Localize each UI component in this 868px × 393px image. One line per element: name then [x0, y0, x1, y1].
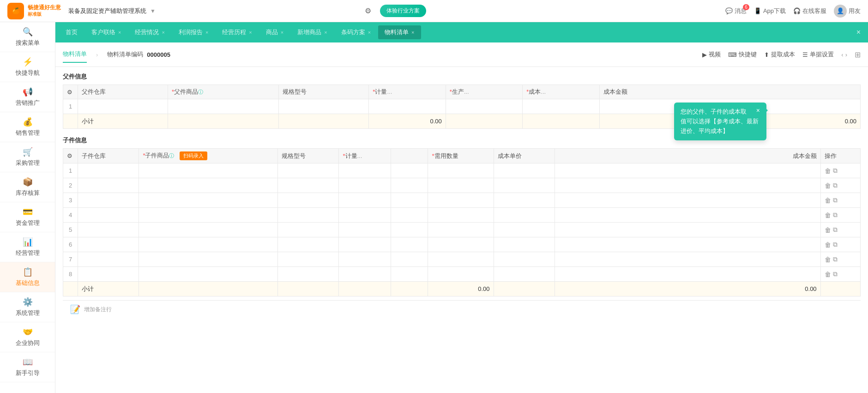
child-cell-warehouse-7[interactable]	[78, 252, 139, 267]
child-cell-unit-price-3[interactable]	[494, 193, 555, 208]
child-cell-qty-8[interactable]	[428, 267, 494, 282]
copy-icon-8[interactable]: ⧉	[833, 270, 838, 278]
child-cell-spec-4[interactable]	[278, 208, 339, 223]
copy-icon-5[interactable]: ⧉	[833, 226, 838, 234]
sidebar-item-inventory[interactable]: 📦 库存核算	[0, 172, 55, 202]
child-cell-spec-8[interactable]	[278, 267, 339, 282]
child-cell-product-4[interactable]	[139, 208, 278, 223]
tab-ops-history[interactable]: 经营历程 ×	[216, 25, 258, 39]
child-cell-qty-7[interactable]	[428, 252, 494, 267]
child-cell-unit-price-2[interactable]	[494, 178, 555, 193]
child-cell-spec-1[interactable]	[278, 163, 339, 178]
delete-icon-5[interactable]: 🗑	[825, 226, 831, 234]
sidebar-item-guide[interactable]: 📖 新手引导	[0, 352, 55, 382]
child-cell-unit-price-7[interactable]	[494, 252, 555, 267]
tab-close-products[interactable]: ×	[281, 30, 283, 35]
child-cell-qty-6[interactable]	[428, 237, 494, 252]
child-cell-warehouse-5[interactable]	[78, 223, 139, 237]
child-cell-qty-2[interactable]	[428, 178, 494, 193]
child-cell-product-8[interactable]	[139, 267, 278, 282]
child-cell-unit-1[interactable]	[339, 163, 391, 178]
sidebar-item-operations[interactable]: 📊 经营管理	[0, 232, 55, 262]
delete-icon-7[interactable]: 🗑	[825, 256, 831, 263]
child-cell-spec-3[interactable]	[278, 193, 339, 208]
expand-icon[interactable]: ⊞	[855, 50, 861, 59]
tab-profit-report[interactable]: 利润报告 ×	[172, 25, 215, 39]
single-setting-button[interactable]: ☰ 单据设置	[802, 50, 834, 59]
child-col-settings[interactable]: ⚙	[63, 149, 78, 163]
child-cell-warehouse-1[interactable]	[78, 163, 139, 178]
delete-icon-4[interactable]: 🗑	[825, 212, 831, 219]
copy-icon-1[interactable]: ⧉	[833, 167, 838, 175]
trial-button[interactable]: 体验行业方案	[380, 5, 426, 17]
delete-icon-3[interactable]: 🗑	[825, 197, 831, 204]
tab-bom[interactable]: 物料清单 ×	[378, 25, 421, 39]
tab-close-bom[interactable]: ×	[411, 30, 414, 35]
scan-button[interactable]: 扫码录入	[180, 151, 207, 160]
sidebar-item-quick-nav[interactable]: ⚡ 快捷导航	[0, 52, 55, 82]
child-cell-unit-8[interactable]	[339, 267, 391, 282]
extract-cost-button[interactable]: ⬆ 提取成本	[764, 50, 795, 59]
child-cell-product-3[interactable]	[139, 193, 278, 208]
sidebar-item-sales[interactable]: 💰 销售管理	[0, 112, 55, 142]
user-menu[interactable]: 👤 用友	[834, 5, 861, 18]
child-cell-spec-7[interactable]	[278, 252, 339, 267]
child-cell-product-2[interactable]	[139, 178, 278, 193]
parent-cell-unit-1[interactable]	[369, 99, 446, 114]
view-video-button[interactable]: ▶ 视频	[702, 50, 721, 59]
delete-icon-8[interactable]: 🗑	[825, 271, 831, 278]
tab-close-profit[interactable]: ×	[205, 30, 208, 35]
sidebar-item-cooperation[interactable]: 🤝 企业协同	[0, 322, 55, 352]
tab-close-history[interactable]: ×	[249, 30, 252, 35]
child-cell-unit-2[interactable]	[339, 178, 391, 193]
parent-col-settings[interactable]: ⚙	[63, 85, 78, 99]
tab-barcode[interactable]: 条码方案 ×	[335, 25, 377, 39]
child-cell-product-5[interactable]	[139, 223, 278, 237]
copy-icon-4[interactable]: ⧉	[833, 211, 838, 219]
sidebar-item-finance[interactable]: 💳 资金管理	[0, 202, 55, 232]
sidebar-item-purchase[interactable]: 🛒 采购管理	[0, 142, 55, 172]
shortcut-button[interactable]: ⌨ 快捷键	[728, 50, 757, 59]
title-dropdown-arrow[interactable]: ▼	[150, 8, 156, 14]
parent-cell-spec-1[interactable]	[279, 99, 369, 114]
child-cell-unit-price-1[interactable]	[494, 163, 555, 178]
child-cell-product-7[interactable]	[139, 252, 278, 267]
subtab-bom-list[interactable]: 物料清单	[63, 46, 87, 63]
child-cell-warehouse-3[interactable]	[78, 193, 139, 208]
child-cell-warehouse-2[interactable]	[78, 178, 139, 193]
delete-icon-2[interactable]: 🗑	[825, 182, 831, 189]
child-cell-qty-3[interactable]	[428, 193, 494, 208]
online-service-button[interactable]: 🎧 在线客服	[793, 7, 826, 15]
child-cell-unit-4[interactable]	[339, 208, 391, 223]
child-cell-unit-6[interactable]	[339, 237, 391, 252]
tab-operations-status[interactable]: 经营情况 ×	[128, 25, 171, 39]
tab-close-ops-status[interactable]: ×	[162, 30, 164, 35]
sidebar-item-search[interactable]: 🔍 搜索菜单	[0, 22, 55, 52]
sidebar-item-basic-info[interactable]: 📋 基础信息	[0, 262, 55, 292]
child-cell-unit-price-8[interactable]	[494, 267, 555, 282]
close-all-tabs[interactable]: ×	[853, 26, 864, 38]
child-cell-spec-5[interactable]	[278, 223, 339, 237]
child-cell-warehouse-6[interactable]	[78, 237, 139, 252]
child-cell-product-1[interactable]	[139, 163, 278, 178]
tooltip-close-button[interactable]: ×	[756, 107, 760, 114]
child-cell-spec-6[interactable]	[278, 237, 339, 252]
sidebar-item-system[interactable]: ⚙️ 系统管理	[0, 292, 55, 322]
child-cell-unit-3[interactable]	[339, 193, 391, 208]
gear-button[interactable]: ⚙	[362, 5, 374, 18]
delete-icon-1[interactable]: 🗑	[825, 167, 831, 175]
tab-close-new-product[interactable]: ×	[324, 30, 327, 35]
add-row-icon[interactable]: 📝	[70, 304, 80, 314]
copy-icon-3[interactable]: ⧉	[833, 196, 838, 204]
message-button[interactable]: 💬 消息 6	[725, 7, 747, 15]
parent-cell-produce-1[interactable]	[446, 99, 522, 114]
copy-icon-7[interactable]: ⧉	[833, 255, 838, 263]
child-cell-qty-1[interactable]	[428, 163, 494, 178]
tab-home[interactable]: 首页	[59, 25, 84, 39]
parent-cell-warehouse-1[interactable]	[78, 99, 168, 114]
delete-icon-6[interactable]: 🗑	[825, 241, 831, 248]
child-cell-unit-5[interactable]	[339, 223, 391, 237]
child-cell-product-6[interactable]	[139, 237, 278, 252]
sidebar-item-marketing[interactable]: 📢 营销推广	[0, 82, 55, 112]
nav-prev[interactable]: ‹	[841, 51, 843, 58]
